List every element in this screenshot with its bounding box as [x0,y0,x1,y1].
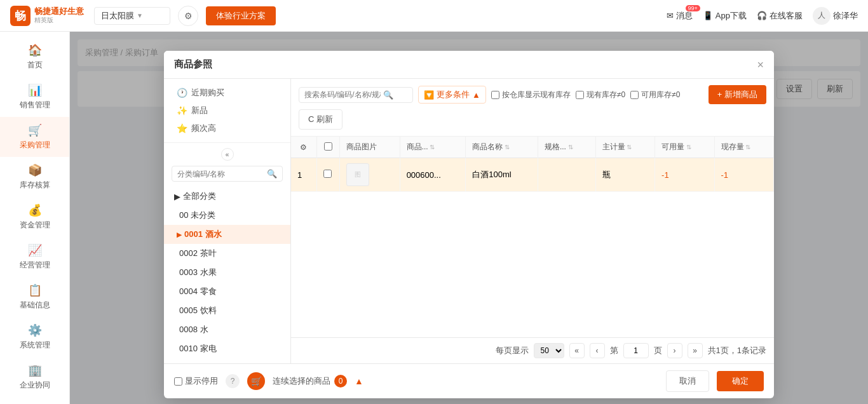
row-checkbox[interactable] [323,170,332,178]
category-snacks[interactable]: 0004 零食 [164,282,290,301]
sidebar-item-basic-info[interactable]: 📋 基础信息 [0,277,69,317]
category-search-input[interactable] [177,170,264,178]
stock-nonzero-checkbox-group[interactable]: 现有库存≠0 [576,90,625,100]
page-size-label: 每页显示 [496,345,529,356]
mobile-icon: 📱 [703,11,713,20]
sidebar-item-enterprise[interactable]: 🏢 企业协同 [0,357,69,397]
warehouse-checkbox-group[interactable]: 按仓库显示现有库存 [491,90,571,100]
th-checkbox[interactable] [316,137,339,158]
category-appliances-label: 0010 家电 [179,343,217,354]
show-disabled-label: 显示停用 [185,375,218,387]
product-reference-modal: 商品参照 × 🕐 近期购买 ✨ 新 [164,51,774,398]
product-table-wrapper: ⚙ 商品图片 商品... 商品名称 规格... 主计量 可用量 现存量 [291,137,774,337]
filter-button[interactable]: 🔽 更多条件 ▲ [418,86,486,104]
available-nonzero-checkbox[interactable] [630,91,639,99]
new-products-item[interactable]: ✨ 新品 [172,102,283,119]
category-all[interactable]: ▶ 全部分类 [164,187,290,206]
th-stock[interactable]: 现存量 [714,137,773,158]
logo-sub: 精英版 [34,16,84,25]
warehouse-checkbox[interactable] [491,91,499,99]
sidebar-item-purchase[interactable]: 🛒 采购管理 [0,117,69,157]
row-image-cell: 图 [339,158,400,192]
th-unit[interactable]: 主计量 [595,137,654,158]
modal-close-button[interactable]: × [757,59,764,71]
user-menu[interactable]: 人 徐泽华 [813,7,858,25]
collapse-button[interactable]: « [221,148,234,161]
sidebar-item-inventory[interactable]: 📦 库存核算 [0,157,69,197]
collapse-arrow-icon[interactable]: ▲ [355,376,363,386]
row-num: 1 [291,158,316,192]
category-appliances[interactable]: 0010 家电 [164,339,290,358]
stock-nonzero-checkbox[interactable] [576,91,584,99]
page-size-select[interactable]: 50 [534,343,564,358]
first-page-button[interactable]: « [569,343,585,358]
table-row[interactable]: 1 图 000600... 白酒100ml 瓶 [291,158,774,192]
top-navigation: 畅 畅捷通好生意 精英版 日太阳膜 ▼ ⚙ 体验行业方案 ✉ 消息 99+ 📱 … [0,0,868,32]
th-name[interactable]: 商品名称 [466,137,538,158]
next-page-button[interactable]: › [667,343,682,358]
sidebar-label-enterprise: 企业协同 [20,380,50,391]
product-panel: 🔍 🔽 更多条件 ▲ 按仓库显示现有库存 [291,79,774,363]
th-code[interactable]: 商品... [400,137,466,158]
category-tea[interactable]: 0002 茶叶 [164,244,290,263]
system-icon: ⚙️ [28,323,42,337]
row-spec [538,158,595,192]
show-disabled-checkbox[interactable] [174,377,182,386]
store-name: 日太阳膜 [101,10,134,22]
sidebar-item-home[interactable]: 🏠 首页 [0,37,69,77]
cancel-button[interactable]: 取消 [666,370,709,392]
category-liquor[interactable]: ▶ 0001 酒水 [164,225,290,244]
search-icon[interactable]: 🔍 [267,169,277,178]
show-disabled-group[interactable]: 显示停用 [174,375,218,387]
category-uncategorized[interactable]: 00 未分类 [164,206,290,225]
category-water[interactable]: 0008 水 [164,320,290,339]
row-code: 000600... [400,158,466,192]
product-search-icon[interactable]: 🔍 [383,90,393,100]
refresh-button[interactable]: C 刷新 [299,109,342,130]
last-page-button[interactable]: » [688,343,703,358]
sidebar-label-home: 首页 [27,60,43,71]
logo-icon: 畅 [10,6,31,26]
category-water-label: 0008 水 [179,324,208,335]
frequent-item[interactable]: ⭐ 频次高 [172,119,283,137]
app-download-button[interactable]: 📱 App下载 [703,10,747,22]
star-icon: ⭐ [177,123,187,133]
th-available[interactable]: 可用量 [655,137,714,158]
online-service-button[interactable]: 🎧 在线客服 [757,10,803,22]
category-fruit[interactable]: 0003 水果 [164,263,290,282]
sidebar-item-system[interactable]: ⚙️ 系统管理 [0,317,69,357]
confirm-button[interactable]: 确定 [717,371,764,391]
online-service-label: 在线客服 [770,10,803,22]
store-selector[interactable]: 日太阳膜 ▼ [94,7,170,25]
sales-icon: 📊 [28,83,42,97]
experience-button[interactable]: 体验行业方案 [206,6,276,25]
sidebar-label-sales: 销售管理 [20,100,50,111]
username: 徐泽华 [833,10,858,22]
page-suffix: 页 [654,345,662,356]
th-settings[interactable]: ⚙ [291,137,316,158]
messages-button[interactable]: ✉ 消息 99+ [667,10,693,22]
category-snacks-label: 0004 零食 [179,286,217,297]
settings-icon[interactable]: ⚙ [178,6,198,26]
page-number-input[interactable] [623,343,649,358]
add-product-button[interactable]: + 新增商品 [709,85,766,104]
available-nonzero-checkbox-group[interactable]: 可用库存≠0 [630,90,680,100]
th-spec[interactable]: 规格... [538,137,595,158]
row-checkbox-cell[interactable] [316,158,339,192]
sidebar-item-sales[interactable]: 📊 销售管理 [0,77,69,117]
recent-purchase-item[interactable]: 🕐 近期购买 [172,84,283,102]
prev-page-button[interactable]: ‹ [590,343,605,358]
row-unit: 瓶 [595,158,654,192]
continuous-label: 连续选择的商品 [273,375,330,387]
recent-purchase-label: 近期购买 [191,87,224,98]
cart-icon[interactable]: 🛒 [247,372,265,390]
select-all-checkbox[interactable] [324,142,332,151]
filter-arrow-icon: ▲ [472,90,480,100]
sidebar-item-operations[interactable]: 📈 经营管理 [0,237,69,277]
sidebar-item-finance[interactable]: 💰 资金管理 [0,197,69,237]
product-search-input[interactable] [304,90,381,99]
expand-arrow-icon: ▶ [174,192,180,201]
category-drinks[interactable]: 0005 饮料 [164,301,290,320]
sidebar-item-guide[interactable]: 🎯 新手引导 [0,397,69,404]
help-icon[interactable]: ? [226,374,240,388]
